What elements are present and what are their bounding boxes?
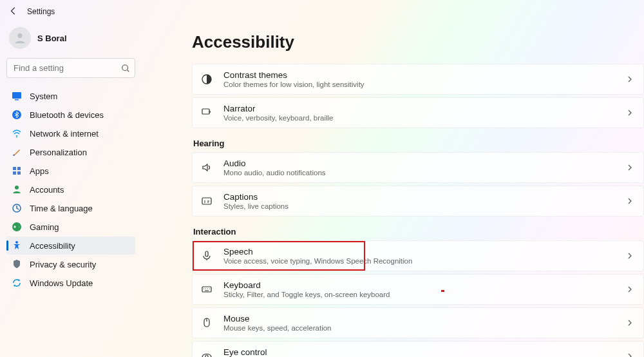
card-narrator[interactable]: Narrator Voice, verbosity, keyboard, bra… bbox=[192, 97, 644, 128]
apps-icon bbox=[12, 166, 22, 176]
card-title: Speech bbox=[223, 247, 616, 256]
gaming-icon bbox=[12, 222, 22, 232]
arrow-left-icon bbox=[9, 6, 18, 15]
contrast-icon bbox=[200, 73, 213, 86]
svg-point-5 bbox=[16, 137, 17, 138]
mouse-icon bbox=[200, 316, 213, 329]
card-contrast-themes[interactable]: Contrast themes Color themes for low vis… bbox=[192, 64, 644, 95]
nav-item-time[interactable]: Time & language bbox=[6, 199, 135, 217]
svg-rect-8 bbox=[13, 171, 16, 175]
shield-icon bbox=[12, 259, 22, 269]
card-subtitle: Styles, live captions bbox=[223, 202, 616, 210]
card-eye-control[interactable]: Eye control Eye tracker, text-to-speech bbox=[192, 341, 644, 357]
chevron-right-icon bbox=[627, 110, 633, 116]
nav-item-accounts[interactable]: Accounts bbox=[6, 180, 135, 198]
card-audio[interactable]: Audio Mono audio, audio notifications bbox=[192, 152, 644, 183]
accessibility-icon bbox=[12, 240, 22, 251]
svg-rect-17 bbox=[205, 251, 208, 256]
nav-item-apps[interactable]: Apps bbox=[6, 162, 135, 180]
sidebar: S Boral System Bluetooth & devices Netwo… bbox=[0, 21, 142, 357]
svg-rect-7 bbox=[17, 167, 21, 170]
person-icon bbox=[13, 31, 27, 45]
chevron-right-icon bbox=[627, 76, 633, 82]
card-captions[interactable]: Captions Styles, live captions bbox=[192, 186, 644, 217]
svg-rect-6 bbox=[13, 167, 16, 170]
nav-label: Gaming bbox=[30, 222, 59, 232]
brush-icon bbox=[12, 147, 22, 157]
card-title: Captions bbox=[223, 192, 616, 202]
search-box[interactable] bbox=[6, 58, 135, 78]
avatar bbox=[9, 27, 31, 49]
card-speech[interactable]: Speech Voice access, voice typing, Windo… bbox=[192, 240, 644, 271]
nav-item-network[interactable]: Network & internet bbox=[6, 124, 135, 142]
accounts-icon bbox=[12, 184, 22, 195]
title-bar: Settings bbox=[0, 0, 644, 21]
chevron-right-icon bbox=[627, 164, 633, 171]
svg-rect-15 bbox=[202, 109, 209, 114]
narrator-icon bbox=[200, 106, 213, 119]
bluetooth-icon bbox=[12, 110, 22, 120]
svg-rect-9 bbox=[17, 171, 21, 175]
section-interaction: Interaction bbox=[193, 227, 644, 236]
card-mouse[interactable]: Mouse Mouse keys, speed, acceleration bbox=[192, 307, 644, 338]
chevron-right-icon bbox=[627, 198, 633, 204]
svg-rect-3 bbox=[15, 99, 19, 101]
nav-item-update[interactable]: Windows Update bbox=[6, 274, 135, 292]
captions-icon bbox=[200, 195, 213, 207]
artifact-dot bbox=[441, 290, 444, 292]
eye-icon bbox=[200, 350, 213, 357]
card-title: Mouse bbox=[223, 314, 616, 323]
card-subtitle: Color themes for low vision, light sensi… bbox=[223, 81, 616, 88]
keyboard-icon bbox=[200, 283, 213, 296]
app-title: Settings bbox=[27, 7, 55, 16]
nav-label: Time & language bbox=[30, 204, 93, 213]
card-title: Audio bbox=[223, 159, 616, 168]
chevron-right-icon bbox=[627, 353, 633, 357]
svg-point-1 bbox=[122, 64, 128, 70]
svg-point-0 bbox=[17, 34, 22, 38]
card-title: Eye control bbox=[223, 347, 616, 357]
nav-item-personalization[interactable]: Personalization bbox=[6, 143, 135, 161]
chevron-right-icon bbox=[627, 320, 633, 326]
search-input[interactable] bbox=[6, 58, 135, 78]
clock-icon bbox=[12, 203, 22, 213]
nav-label: Privacy & security bbox=[30, 260, 96, 269]
nav-item-accessibility[interactable]: Accessibility bbox=[6, 236, 135, 255]
update-icon bbox=[12, 278, 22, 288]
card-keyboard[interactable]: Keyboard Sticky, Filter, and Toggle keys… bbox=[192, 274, 644, 305]
nav-list: System Bluetooth & devices Network & int… bbox=[6, 87, 135, 292]
back-button[interactable] bbox=[9, 6, 18, 17]
nav-label: Bluetooth & devices bbox=[30, 110, 104, 120]
nav-label: Windows Update bbox=[30, 278, 93, 288]
nav-item-gaming[interactable]: Gaming bbox=[6, 218, 135, 236]
page-title: Accessibility bbox=[192, 32, 644, 52]
nav-item-privacy[interactable]: Privacy & security bbox=[6, 255, 135, 273]
svg-rect-18 bbox=[202, 287, 211, 292]
account-tile[interactable]: S Boral bbox=[6, 24, 135, 58]
nav-label: Network & internet bbox=[30, 129, 99, 139]
chevron-right-icon bbox=[627, 286, 633, 293]
nav-label: Accessibility bbox=[30, 241, 75, 251]
system-icon bbox=[12, 91, 22, 101]
nav-label: System bbox=[30, 92, 57, 101]
nav-item-bluetooth[interactable]: Bluetooth & devices bbox=[6, 106, 135, 124]
chevron-right-icon bbox=[627, 253, 633, 259]
section-hearing: Hearing bbox=[193, 139, 644, 148]
svg-point-13 bbox=[15, 241, 18, 244]
card-subtitle: Sticky, Filter, and Toggle keys, on-scre… bbox=[223, 291, 616, 298]
wifi-icon bbox=[12, 128, 22, 139]
microphone-icon bbox=[200, 249, 213, 262]
nav-item-system[interactable]: System bbox=[6, 87, 135, 105]
card-title: Contrast themes bbox=[223, 70, 616, 80]
nav-label: Accounts bbox=[30, 185, 64, 195]
svg-rect-16 bbox=[202, 198, 211, 204]
card-subtitle: Mono audio, audio notifications bbox=[223, 169, 616, 177]
svg-point-10 bbox=[15, 186, 19, 189]
user-name: S Boral bbox=[37, 34, 67, 43]
card-subtitle: Mouse keys, speed, acceleration bbox=[223, 324, 616, 332]
nav-label: Apps bbox=[30, 166, 49, 176]
card-title: Narrator bbox=[223, 104, 616, 113]
audio-icon bbox=[200, 161, 213, 174]
card-subtitle: Voice, verbosity, keyboard, braille bbox=[223, 114, 616, 122]
svg-rect-2 bbox=[12, 92, 21, 99]
